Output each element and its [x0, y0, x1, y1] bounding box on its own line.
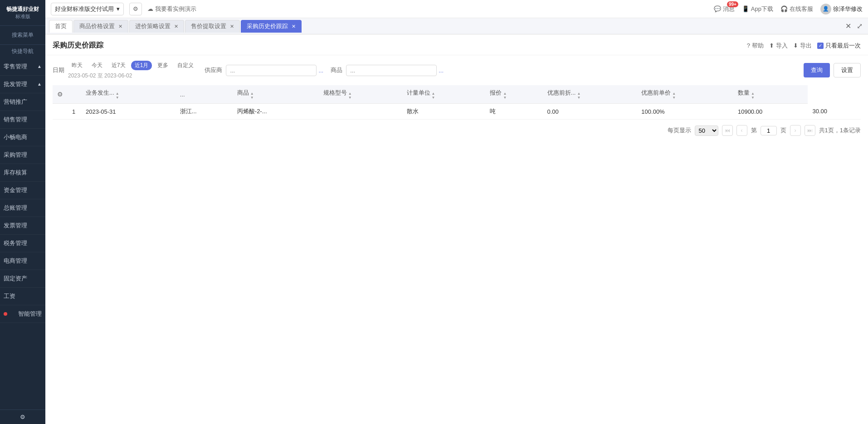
- sidebar-item-sales[interactable]: 销售管理: [0, 111, 45, 129]
- cell-9: 10900.00: [733, 104, 808, 120]
- tab-home[interactable]: 首页: [49, 20, 73, 33]
- app-download-btn[interactable]: 📱 App下载: [742, 5, 773, 13]
- download-icon: 📱: [742, 5, 749, 12]
- date-option-近1月[interactable]: 近1月: [131, 61, 152, 70]
- tab-label: 商品价格设置: [79, 22, 115, 30]
- row-settings-cell[interactable]: [53, 104, 68, 120]
- table-header: ⚙业务发生...▲▼...商品▲▼规格型号▲▼计量单位▲▼报价▲▼优惠前折...…: [53, 85, 861, 104]
- tab-close-btn[interactable]: ✕: [174, 24, 178, 29]
- settings-btn[interactable]: ⚙: [129, 3, 142, 15]
- query-btn[interactable]: 查询: [804, 63, 830, 77]
- table-row[interactable]: 12023-05-31浙江...丙烯酸-2-...散水吨0.00100.00%1…: [53, 104, 861, 120]
- col-header-spec[interactable]: 规格型号▲▼: [319, 85, 402, 104]
- sidebar-item-general-ledger[interactable]: 总账管理: [0, 199, 45, 217]
- maximize-btn[interactable]: ⤢: [855, 22, 864, 30]
- message-count: 99+: [727, 1, 738, 7]
- page-size-select[interactable]: 102050100: [695, 125, 718, 136]
- sort-icon[interactable]: ▲▼: [503, 92, 507, 100]
- tab-strategy[interactable]: 进价策略设置✕: [129, 20, 184, 33]
- supplier-input[interactable]: [226, 65, 317, 76]
- only-last-checkbox[interactable]: ✓: [817, 43, 824, 49]
- tab-close-btn[interactable]: ✕: [230, 24, 234, 29]
- sidebar-item-intelligence[interactable]: 智能管理: [0, 305, 45, 323]
- sidebar-item-label: 零售管理: [4, 63, 27, 71]
- user-menu[interactable]: 👤 徐泽华修改: [820, 4, 863, 14]
- avatar: 👤: [820, 4, 831, 14]
- online-service-label: 在线客服: [790, 5, 813, 13]
- date-option-更多[interactable]: 更多: [154, 61, 172, 70]
- table-settings-icon[interactable]: ⚙: [57, 91, 63, 98]
- tab-close-btn[interactable]: ✕: [292, 24, 296, 29]
- close-window-btn[interactable]: ✕: [844, 22, 853, 30]
- sidebar-item-ecommerce[interactable]: 电商管理: [0, 252, 45, 270]
- tab-history-price[interactable]: 采购历史价跟踪✕: [241, 20, 302, 33]
- col-header-unit[interactable]: 计量单位▲▼: [402, 85, 486, 104]
- import-btn[interactable]: ⬆ 导入: [769, 42, 788, 50]
- sidebar-item-label: 资金管理: [4, 186, 27, 194]
- sidebar-item-assets[interactable]: 固定资产: [0, 270, 45, 288]
- sidebar-item-marketing[interactable]: 营销推广: [0, 93, 45, 111]
- col-header-goods[interactable]: 商品▲▼: [233, 85, 319, 104]
- col-header-settings[interactable]: ⚙: [53, 85, 68, 104]
- sidebar-item-invoice[interactable]: 发票管理: [0, 217, 45, 235]
- date-option-昨天[interactable]: 昨天: [68, 61, 86, 70]
- search-menu-label[interactable]: 搜索菜单: [5, 29, 41, 41]
- only-last-toggle[interactable]: ✓ 只看最后一次: [817, 42, 861, 50]
- sort-icon[interactable]: ▲▼: [577, 92, 580, 100]
- date-option-今天[interactable]: 今天: [88, 61, 106, 70]
- tab-close-btn[interactable]: ✕: [118, 24, 122, 29]
- help-btn[interactable]: ? 帮助: [747, 42, 764, 50]
- next-page-btn[interactable]: ›: [790, 125, 801, 136]
- date-option-自定义[interactable]: 自定义: [174, 61, 197, 70]
- sort-icon[interactable]: ▲▼: [116, 92, 119, 100]
- cell-2: 浙江...: [176, 104, 233, 120]
- sidebar-item-purchase[interactable]: 采购管理: [0, 146, 45, 164]
- sort-icon[interactable]: ▲▼: [348, 92, 352, 100]
- cell-8: 100.00%: [637, 104, 733, 120]
- version-selector[interactable]: 好业财标准版交付试用 ▾: [51, 3, 124, 15]
- prev-page-btn[interactable]: ‹: [736, 125, 747, 136]
- only-last-label: 只看最后一次: [825, 42, 861, 50]
- col-header-discount[interactable]: 优惠前折...▲▼: [543, 85, 637, 104]
- sidebar-quick-nav[interactable]: 快捷导航: [0, 45, 45, 58]
- tab-price[interactable]: 商品价格设置✕: [73, 20, 128, 33]
- sort-icon[interactable]: ▲▼: [751, 92, 755, 100]
- goods-more-btn[interactable]: ...: [439, 67, 444, 74]
- sort-icon[interactable]: ▲▼: [432, 92, 435, 100]
- demo-link[interactable]: ☁ 我要看实例演示: [147, 5, 196, 13]
- sidebar-bottom[interactable]: ⚙: [0, 410, 45, 424]
- sort-icon[interactable]: ▲▼: [672, 92, 676, 100]
- sidebar-item-inventory[interactable]: 库存核算: [0, 164, 45, 182]
- demo-text: 我要看实例演示: [155, 5, 196, 13]
- sidebar-item-ecommerce-small[interactable]: 小畅电商: [0, 129, 45, 146]
- tab-sale-price[interactable]: 售价提取设置✕: [185, 20, 240, 33]
- export-btn[interactable]: ⬇ 导出: [793, 42, 812, 50]
- filter-action-btns: 查询 设置: [804, 63, 861, 77]
- sidebar-item-payroll[interactable]: 工资: [0, 288, 45, 305]
- col-header-date[interactable]: 业务发生...▲▼: [81, 85, 176, 104]
- first-page-btn[interactable]: ⏮: [722, 125, 733, 136]
- supplier-more-btn[interactable]: ...: [318, 67, 323, 74]
- sidebar-item-tax[interactable]: 税务管理: [0, 235, 45, 252]
- date-option-近7天[interactable]: 近7天: [108, 61, 129, 70]
- sidebar-menu: 零售管理▲批发管理▲营销推广销售管理小畅电商采购管理库存核算资金管理总账管理发票…: [0, 58, 45, 323]
- sidebar-item-finance[interactable]: 资金管理: [0, 182, 45, 199]
- last-page-btn[interactable]: ⏭: [805, 125, 815, 136]
- sidebar-item-wholesale[interactable]: 批发管理▲: [0, 76, 45, 93]
- sidebar-settings-icon[interactable]: ⚙: [20, 414, 25, 420]
- col-header-price[interactable]: 报价▲▼: [485, 85, 542, 104]
- col-header-more: ...: [176, 85, 233, 104]
- online-service-btn[interactable]: 🎧 在线客服: [780, 5, 813, 13]
- settings-btn-filter[interactable]: 设置: [834, 63, 861, 77]
- sidebar-search-area[interactable]: 搜索菜单: [0, 26, 45, 45]
- current-page-input[interactable]: [761, 126, 777, 135]
- col-header-pre_price[interactable]: 优惠前单价▲▼: [637, 85, 733, 104]
- col-label: 规格型号: [323, 89, 347, 96]
- sidebar-item-retail[interactable]: 零售管理▲: [0, 58, 45, 76]
- sort-icon[interactable]: ▲▼: [250, 92, 254, 100]
- goods-input[interactable]: [346, 65, 437, 76]
- chevron-down-icon: ▾: [117, 5, 120, 12]
- message-btn[interactable]: 💬 消息 99+: [714, 5, 735, 13]
- sidebar: 畅捷通好业财 标准版 搜索菜单 快捷导航 零售管理▲批发管理▲营销推广销售管理小…: [0, 0, 45, 424]
- col-header-qty[interactable]: 数量▲▼: [733, 85, 808, 104]
